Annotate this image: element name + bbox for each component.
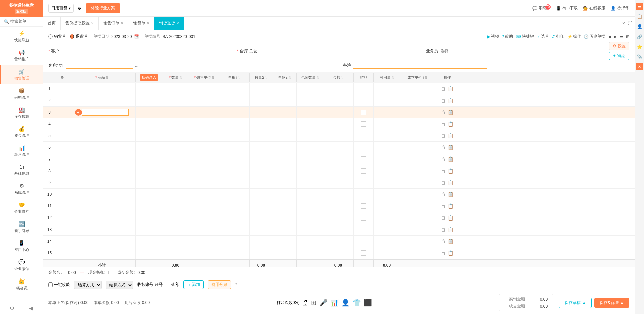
setting-button[interactable]: ⚙ 设置 [609,42,629,50]
tab-return[interactable]: 销货退货✕ [154,17,184,30]
warehouse-select-btn[interactable]: ... [259,49,262,53]
tab-home[interactable]: 首页 [43,17,61,30]
gift-checkbox[interactable] [361,121,366,127]
grid-view-icon[interactable]: ☰ [620,34,623,39]
gift-checkbox[interactable] [361,227,366,232]
sidebar-item-operation[interactable]: 📊经营管理 [0,141,43,161]
close-tab-order[interactable]: ✕ [121,21,123,25]
gift-cell[interactable] [354,247,374,259]
remark-input[interactable] [353,62,487,69]
delete-icon[interactable]: 🗑 [441,203,446,209]
gift-checkbox[interactable] [361,180,366,185]
copy-icon[interactable]: 📋 [448,203,453,209]
close-tab-delivery[interactable]: ✕ [147,21,149,25]
sidebar-item-system[interactable]: ⚙系统管理 [0,179,43,198]
delete-icon[interactable]: 🗑 [441,239,446,244]
gift-checkbox[interactable] [361,156,366,162]
close-tab-return[interactable]: ✕ [176,21,179,25]
copy-icon[interactable]: 📋 [448,156,453,162]
video-btn[interactable]: ▶ 视频 [487,34,499,39]
copy-icon[interactable]: 📋 [448,180,453,185]
prev-icon[interactable]: ◀ [608,34,611,39]
tab-price[interactable]: 售价提取设置✕ [61,17,99,30]
save-new-button[interactable]: 保存&新增 ▲ [594,298,629,308]
search-menu[interactable]: 🔍 搜索菜单 [0,17,43,27]
calendar-icon[interactable]: 📅 [134,34,139,39]
industry-select[interactable]: 日用百货 ▾ [48,4,74,13]
staff-select-btn[interactable]: ... [495,49,498,53]
sidebar-item-marketing[interactable]: 📢营销推广 [0,46,43,65]
address-select-btn[interactable]: ... [135,63,138,68]
settings-icon[interactable]: ⚙ [10,305,14,311]
copy-icon[interactable]: 📋 [448,86,453,91]
save-draft-button[interactable]: 保存草稿 ▲ [559,298,592,308]
copy-icon[interactable]: 📋 [448,215,453,221]
copy-icon[interactable]: 📋 [448,110,453,115]
close-tab-icon[interactable]: ✕ [622,21,625,26]
delete-icon[interactable]: 🗑 [441,180,446,185]
delete-icon[interactable]: 🗑 [441,250,446,256]
online-service-button[interactable]: 💁 在线客服 [583,5,605,11]
gift-cell[interactable] [354,153,374,165]
customer-input[interactable] [60,48,114,54]
delete-icon[interactable]: 🗑 [441,168,446,174]
copy-icon[interactable]: 📋 [448,145,453,150]
copy-icon[interactable]: 📋 [448,133,453,138]
tab-order[interactable]: 销售订单✕ [99,17,128,30]
select-btn[interactable]: ☑ 选单 [537,34,549,39]
expand-icon[interactable]: ⛶ [628,21,632,26]
gift-checkbox[interactable] [361,145,366,150]
gift-checkbox[interactable] [361,239,366,244]
gift-checkbox[interactable] [361,250,366,256]
sidebar-item-vip[interactable]: 👑畅会员 [0,275,43,294]
delete-icon[interactable]: 🗑 [441,227,446,232]
gift-cell[interactable] [354,200,374,212]
card-view-icon[interactable]: ⊞ [626,34,629,39]
print-btn[interactable]: 🖨 打印 [552,34,565,39]
gift-checkbox[interactable] [361,133,366,138]
delete-icon[interactable]: 🗑 [441,192,446,197]
gift-checkbox[interactable] [361,203,366,209]
gift-cell[interactable] [354,95,374,106]
fee-split-button[interactable]: 费用分摊 [208,280,231,289]
product-input-cell[interactable]: + [68,107,136,118]
delete-icon[interactable]: 🗑 [441,121,446,127]
gift-cell[interactable] [354,165,374,177]
right-panel-btn-5[interactable]: ⭐ [636,43,643,50]
sidebar-item-wechat[interactable]: 💬企业微信 [0,256,43,275]
gift-cell[interactable] [354,142,374,153]
gift-cell[interactable] [354,118,374,130]
shortcut-btn[interactable]: ⌨ 快捷键 [516,34,534,39]
sidebar-item-purchase[interactable]: 📦采购管理 [0,84,43,103]
sidebar-item-apps[interactable]: 📱应用中心 [0,237,43,256]
copy-icon[interactable]: 📋 [448,98,453,103]
right-panel-btn-6[interactable]: 📎 [636,53,643,60]
staff-input[interactable] [439,48,493,54]
delete-icon[interactable]: 🗑 [441,156,446,162]
delete-icon[interactable]: 🗑 [441,133,446,138]
gift-checkbox[interactable] [361,110,366,115]
copy-icon[interactable]: 📋 [448,192,453,197]
delete-icon[interactable]: 🗑 [441,86,446,91]
sidebar-item-newguide[interactable]: 🆕新手引导 [0,217,43,237]
gift-checkbox[interactable] [361,215,366,221]
account-method-select[interactable]: 结算方式 [106,281,133,289]
gift-cell[interactable] [354,83,374,95]
gift-cell[interactable] [354,189,374,200]
wuliu-button[interactable]: + 物流 [609,52,629,60]
copy-icon[interactable]: 📋 [448,239,453,244]
user-menu[interactable]: 👤 徐泽华 [611,5,629,11]
gift-checkbox[interactable] [361,192,366,197]
gift-cell[interactable] [354,236,374,247]
address-input[interactable] [66,62,133,69]
operation-btn[interactable]: ⚡ 操作 [567,34,581,39]
sidebar-item-finance[interactable]: 💰资金管理 [0,122,43,141]
help-btn[interactable]: ? 帮助 [502,34,513,39]
gift-cell[interactable] [354,130,374,141]
gift-cell[interactable] [354,224,374,235]
delete-icon[interactable]: 🗑 [441,98,446,103]
gift-cell[interactable] [354,107,374,118]
customer-select-btn[interactable]: ... [116,49,119,53]
add-row-button[interactable]: + [75,109,82,116]
copy-icon[interactable]: 📋 [448,250,453,256]
